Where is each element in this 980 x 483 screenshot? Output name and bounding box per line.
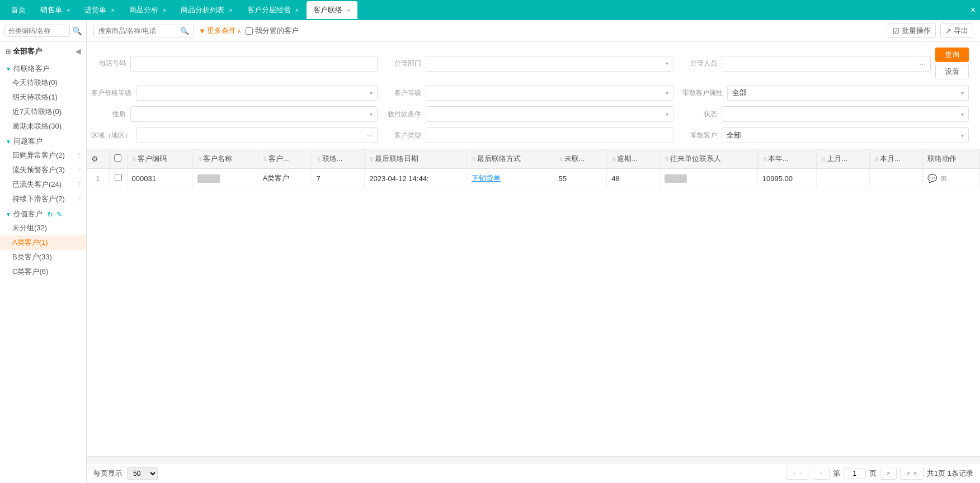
refresh-icon[interactable]: ↻ bbox=[47, 210, 53, 219]
filter-nature-select[interactable]: ▾ bbox=[130, 106, 378, 122]
last-method-link[interactable]: 下销货单 bbox=[472, 174, 501, 182]
row-action: 💬 ⊞ bbox=[922, 169, 979, 188]
sort-icon-unit-contact[interactable]: ⇅ bbox=[665, 156, 669, 162]
search-icon[interactable]: 🔍 bbox=[180, 27, 189, 35]
nav-tab-sales[interactable]: 销售单 × bbox=[34, 1, 77, 19]
query-button[interactable]: 查询 bbox=[935, 48, 969, 62]
edit-icon[interactable]: ✎ bbox=[56, 210, 63, 219]
first-page-button[interactable]: ＜＜ bbox=[786, 467, 809, 480]
filter-search-input[interactable] bbox=[98, 27, 178, 35]
col-last-date: ⇅ 最后联络日期 bbox=[365, 149, 467, 169]
row-type: A类客户 bbox=[258, 169, 312, 188]
sort-icon-contact[interactable]: ⇅ bbox=[317, 156, 321, 162]
sort-icon-type[interactable]: ⇅ bbox=[263, 156, 267, 162]
sidebar-item-declining[interactable]: 持续下滑客户(2) ? bbox=[0, 192, 86, 206]
sidebar-item-overdue[interactable]: 逾期未联络(30) bbox=[0, 119, 86, 134]
sidebar-group-value[interactable]: ▼ 价值客户 ↻ ✎ bbox=[0, 206, 86, 221]
next-page-button[interactable]: ＞ bbox=[880, 467, 897, 480]
col-last-method: ⇅ 最后联络方式 bbox=[467, 149, 554, 169]
filter-department-select[interactable]: ▾ bbox=[426, 56, 673, 72]
triangle-icon-2: ▼ bbox=[6, 139, 11, 145]
sidebar-item-class-c[interactable]: C类客户(6) bbox=[0, 264, 86, 279]
sidebar-item-today[interactable]: 今天待联络(0) bbox=[0, 75, 86, 90]
filter-customer-level-select[interactable]: ▾ bbox=[426, 85, 673, 101]
sidebar-item-7days[interactable]: 近7天待联络(0) bbox=[0, 105, 86, 119]
dots-icon-1[interactable]: ··· bbox=[919, 59, 926, 68]
my-customers-checkbox[interactable] bbox=[246, 27, 253, 35]
col-settings: ⚙ bbox=[87, 149, 109, 169]
page-number-input[interactable] bbox=[844, 468, 866, 479]
filter-manager-input[interactable]: ··· bbox=[722, 56, 931, 72]
batch-op-button[interactable]: ☑ 批量操作 bbox=[888, 23, 936, 38]
page-size-select[interactable]: 50 100 200 bbox=[127, 467, 158, 480]
sidebar-group-pending[interactable]: ▼ 待联络客户 bbox=[0, 61, 86, 75]
close-tab-analysis[interactable]: × bbox=[163, 7, 166, 13]
phone-input[interactable] bbox=[135, 60, 373, 68]
close-all-button[interactable]: × bbox=[970, 5, 976, 15]
col-action: 联络动作 bbox=[922, 149, 979, 169]
filter-retail-select[interactable]: 全部 ▾ bbox=[722, 127, 969, 143]
region-input[interactable] bbox=[141, 131, 366, 139]
content-area: 🔍 ▼ 更多条件 ∧ 我分管的客户 ☑ 批量操作 bbox=[87, 20, 980, 483]
sidebar-search-input[interactable] bbox=[4, 25, 70, 37]
chevron-down-icon-3: ▾ bbox=[666, 90, 668, 96]
sidebar-item-class-b[interactable]: B类客户(33) bbox=[0, 250, 86, 264]
manager-input[interactable] bbox=[727, 60, 917, 68]
close-tab-sales[interactable]: × bbox=[67, 7, 70, 13]
sort-icon-name[interactable]: ⇅ bbox=[197, 156, 202, 162]
nav-tab-purchase[interactable]: 进货单 × bbox=[78, 1, 121, 19]
nav-home[interactable]: 首页 bbox=[4, 3, 32, 17]
filter-search-area: 🔍 bbox=[93, 25, 194, 37]
collapse-icon[interactable]: ◀ bbox=[76, 48, 81, 55]
sort-icon-last-month[interactable]: ⇅ bbox=[821, 156, 826, 162]
sort-icon-last-method[interactable]: ⇅ bbox=[472, 156, 476, 162]
sidebar-item-churned[interactable]: 已流失客户(24) ? bbox=[0, 177, 86, 192]
sort-icon-overdue[interactable]: ⇅ bbox=[611, 156, 616, 162]
horizontal-scrollbar[interactable] bbox=[87, 456, 980, 463]
filter-price-level-select[interactable]: ▾ bbox=[136, 85, 378, 101]
table-row: 1 000031 Ea A类客户 7 2023-04-12 14:44: bbox=[87, 169, 980, 188]
nav-tab-analysis-list[interactable]: 商品分析列表 × bbox=[174, 1, 239, 19]
sidebar-item-tomorrow[interactable]: 明天待联络(1) bbox=[0, 90, 86, 105]
settings-gear-icon[interactable]: ⚙ bbox=[91, 154, 98, 163]
all-customers-header[interactable]: ⊞ 全部客户 ◀ bbox=[0, 42, 86, 61]
sidebar-item-churn-warning[interactable]: 流失预警客户(3) ? bbox=[0, 163, 86, 177]
filter-customer-type-input[interactable] bbox=[426, 127, 673, 143]
sort-icon-last-date[interactable]: ⇅ bbox=[369, 156, 374, 162]
close-tab-customer-tier[interactable]: × bbox=[295, 7, 299, 13]
filter-payment-select[interactable]: ▾ bbox=[426, 106, 673, 122]
prev-page-button[interactable]: ＜ bbox=[813, 467, 830, 480]
filter-phone: 电话号码 bbox=[87, 46, 382, 80]
nav-tab-analysis[interactable]: 商品分析 × bbox=[123, 1, 173, 19]
nav-tab-customer-tier[interactable]: 客户分层经营 × bbox=[241, 1, 305, 19]
sort-icon-not-contacted[interactable]: ⇅ bbox=[559, 156, 563, 162]
more-conditions-button[interactable]: ▼ 更多条件 ∧ bbox=[199, 26, 241, 36]
sidebar-item-class-a[interactable]: A类客户(1) bbox=[0, 235, 86, 250]
sidebar-group-problem[interactable]: ▼ 问题客户 bbox=[0, 134, 86, 148]
sidebar-item-unclassified[interactable]: 未分组(32) bbox=[0, 221, 86, 235]
sort-icon-code[interactable]: ⇅ bbox=[132, 156, 136, 162]
filter-region-input[interactable]: ··· bbox=[136, 127, 378, 143]
filter-phone-input[interactable] bbox=[130, 56, 378, 72]
sort-icon-this-month[interactable]: ⇅ bbox=[874, 156, 879, 162]
filter-status-select[interactable]: ▾ bbox=[722, 106, 969, 122]
close-tab-analysis-list[interactable]: × bbox=[229, 7, 232, 13]
row-select-checkbox[interactable] bbox=[115, 174, 122, 181]
sort-icon-this-year[interactable]: ⇅ bbox=[762, 156, 767, 162]
close-tab-customer-contact[interactable]: × bbox=[347, 7, 350, 13]
last-page-button[interactable]: ＞＞ bbox=[900, 467, 924, 480]
select-all-checkbox[interactable] bbox=[114, 154, 121, 162]
sidebar-item-repurchase-abnormal[interactable]: 回购异常客户(2) ? bbox=[0, 148, 86, 163]
message-icon[interactable]: 💬 bbox=[927, 174, 937, 183]
close-tab-purchase[interactable]: × bbox=[111, 7, 114, 13]
nav-tab-customer-contact[interactable]: 客户联络 × bbox=[307, 1, 357, 19]
export-button[interactable]: ↗ 导出 bbox=[940, 23, 973, 38]
qr-icon[interactable]: ⊞ bbox=[940, 174, 947, 183]
sidebar-search-icon[interactable]: 🔍 bbox=[72, 26, 82, 35]
bottom-bar: 每页显示 50 100 200 ＜＜ ＜ 第 页 ＞ ＞＞ 共1页 1条记录 bbox=[87, 463, 980, 483]
my-customers-filter[interactable]: 我分管的客户 bbox=[246, 26, 299, 36]
customer-type-input[interactable] bbox=[431, 131, 668, 139]
filter-retail-attr-select[interactable]: 全部 ▾ bbox=[727, 85, 969, 101]
settings-button[interactable]: 设置 bbox=[935, 64, 969, 79]
dots-icon-2[interactable]: ··· bbox=[366, 131, 373, 140]
